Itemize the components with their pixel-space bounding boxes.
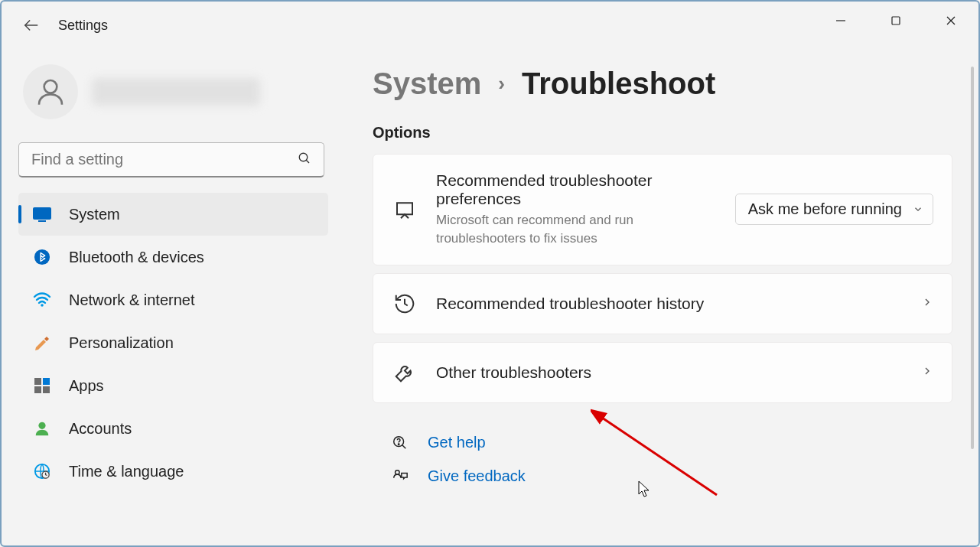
wrench-icon [392, 360, 418, 386]
chevron-down-icon [913, 200, 923, 218]
card-troubleshooter-history[interactable]: Recommended troubleshooter history [373, 273, 952, 334]
sidebar: System Bluetooth & devices Network & int… [18, 64, 328, 493]
nav: System Bluetooth & devices Network & int… [18, 193, 328, 493]
sidebar-item-personalization[interactable]: Personalization [18, 321, 328, 364]
card-troubleshooter-preferences: Recommended troubleshooter preferences M… [373, 154, 952, 265]
sidebar-item-label: Personalization [69, 334, 174, 352]
profile-header[interactable] [18, 64, 328, 119]
bluetooth-icon [32, 247, 52, 267]
close-button[interactable] [923, 2, 978, 40]
svg-rect-12 [34, 378, 41, 385]
sidebar-item-system[interactable]: System [18, 193, 328, 236]
globe-icon [32, 461, 52, 481]
svg-rect-13 [43, 378, 50, 385]
svg-rect-1 [892, 17, 900, 24]
avatar [23, 64, 78, 119]
sidebar-item-label: Bluetooth & devices [69, 249, 204, 266]
breadcrumb: System › Troubleshoot [373, 67, 952, 101]
card-body: Recommended troubleshooter preferences M… [436, 171, 717, 248]
maximize-button[interactable] [868, 2, 923, 40]
svg-point-22 [396, 470, 400, 474]
scrollbar[interactable] [971, 67, 974, 449]
breadcrumb-current: Troubleshoot [522, 67, 715, 101]
preferences-dropdown[interactable]: Ask me before running [735, 194, 933, 225]
get-help-row: Get help [373, 426, 952, 460]
search-input[interactable] [31, 151, 298, 168]
get-help-link[interactable]: Get help [428, 434, 486, 451]
give-feedback-link[interactable]: Give feedback [428, 467, 526, 485]
sidebar-item-label: Network & internet [69, 291, 195, 309]
display-icon [32, 204, 52, 224]
settings-window: Settings System [0, 0, 980, 547]
search-icon [298, 151, 311, 168]
sidebar-item-label: System [69, 206, 120, 223]
chevron-right-icon: › [498, 72, 505, 96]
give-feedback-row: Give feedback [373, 460, 952, 493]
svg-rect-9 [38, 220, 46, 222]
card-title: Recommended troubleshooter history [436, 295, 903, 313]
chevron-right-icon [921, 296, 933, 311]
card-title: Other troubleshooters [436, 363, 903, 382]
card-other-troubleshooters[interactable]: Other troubleshooters [373, 342, 952, 403]
breadcrumb-parent[interactable]: System [373, 67, 481, 101]
svg-point-5 [44, 80, 57, 93]
svg-point-11 [41, 304, 44, 307]
sidebar-item-time[interactable]: Time & language [18, 450, 328, 493]
svg-point-6 [299, 153, 308, 161]
svg-rect-15 [43, 386, 50, 393]
header: Settings [23, 17, 108, 34]
person-icon [32, 418, 52, 438]
sidebar-item-network[interactable]: Network & internet [18, 278, 328, 321]
search-box[interactable] [18, 142, 324, 177]
help-icon [391, 434, 409, 452]
back-icon[interactable] [23, 17, 40, 34]
card-desc: Microsoft can recommend and run troubles… [436, 211, 696, 248]
preferences-icon [392, 197, 418, 223]
cursor-icon [638, 480, 652, 499]
svg-point-16 [38, 422, 45, 429]
help-links: Get help Give feedback [373, 426, 952, 493]
sidebar-item-label: Apps [69, 377, 104, 395]
sidebar-item-accounts[interactable]: Accounts [18, 407, 328, 450]
sidebar-item-label: Time & language [69, 463, 184, 480]
svg-rect-8 [33, 207, 51, 220]
svg-line-7 [306, 160, 309, 163]
sidebar-item-bluetooth[interactable]: Bluetooth & devices [18, 236, 328, 278]
main-content: System › Troubleshoot Options Recommende… [373, 67, 956, 545]
section-title: Options [373, 124, 952, 142]
svg-line-21 [402, 444, 406, 448]
profile-name-redacted [92, 78, 260, 106]
history-icon [392, 291, 418, 317]
window-controls [810, 2, 978, 40]
svg-rect-14 [34, 386, 41, 393]
card-title: Recommended troubleshooter preferences [436, 171, 717, 208]
chevron-right-icon [921, 365, 933, 380]
sidebar-item-label: Accounts [69, 420, 132, 438]
wifi-icon [32, 290, 52, 310]
app-title: Settings [58, 18, 108, 34]
brush-icon [32, 333, 52, 353]
feedback-icon [391, 467, 409, 486]
dropdown-value: Ask me before running [748, 200, 902, 217]
apps-icon [32, 376, 52, 396]
minimize-button[interactable] [813, 2, 868, 40]
svg-point-20 [398, 444, 399, 444]
sidebar-item-apps[interactable]: Apps [18, 364, 328, 407]
